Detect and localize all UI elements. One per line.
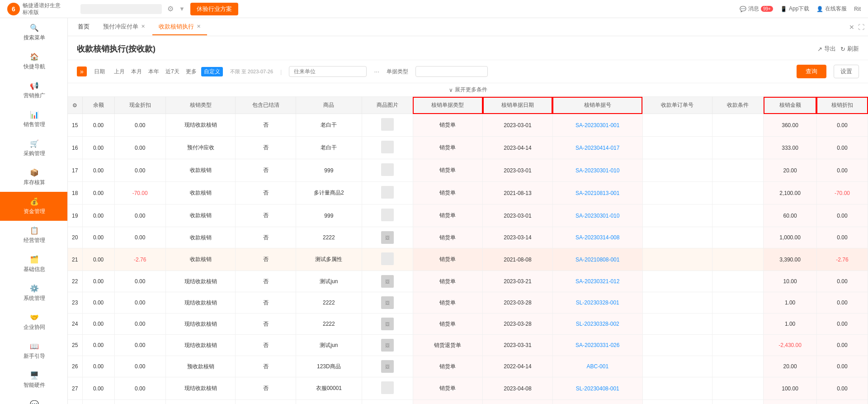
filter-7days[interactable]: 近7天 bbox=[164, 67, 181, 76]
tab-collection-label: 收款核销执行 bbox=[159, 23, 194, 31]
filter-dots: ··· bbox=[374, 68, 379, 75]
expand-more-btn[interactable]: ∨ 展开更多条件 bbox=[449, 86, 487, 94]
sidebar-item-label: 营销推广 bbox=[24, 92, 45, 100]
sidebar-item-collab[interactable]: 🤝 企业协同 bbox=[0, 308, 67, 337]
table-header: ⚙ 余额 现金折扣 核销类型 包含已结清 商品 商品图片 核销单据类型 核销单据… bbox=[68, 97, 868, 114]
wechat-icon: 💬 bbox=[30, 400, 39, 404]
bill-no-link[interactable]: SA-20230321-012 bbox=[576, 278, 619, 285]
table-row: 190.000.00收款核销否999销货单2023-03-01SA-202303… bbox=[68, 204, 868, 227]
sidebar-item-sales[interactable]: 📊 销售管理 bbox=[0, 105, 67, 134]
logo-icon: 6 bbox=[7, 3, 20, 15]
row-index: 16 bbox=[68, 137, 82, 159]
col-cash-discount: 现金折扣 bbox=[114, 97, 165, 114]
industry-btn[interactable]: 休验行业方案 bbox=[190, 3, 238, 15]
sidebar-item-search[interactable]: 🔍 搜索菜单 bbox=[0, 18, 67, 47]
bill-no-link[interactable]: SL-20230328-002 bbox=[576, 321, 619, 327]
goods-image-cell bbox=[362, 159, 413, 182]
sidebar-item-finance[interactable]: 💰 资金管理 bbox=[0, 192, 67, 221]
col-settings[interactable]: ⚙ bbox=[68, 97, 82, 114]
sidebar-item-label: 资金管理 bbox=[24, 208, 45, 215]
filter-expand-btn[interactable]: » bbox=[77, 67, 87, 76]
tab-bar: 首页 预付冲应付单 ✕ 收款核销执行 ✕ ✕ ⛶ bbox=[68, 18, 868, 36]
table-row: 280.000.00现结收款核销否2222🖼销货单2023-04-18SL-20… bbox=[68, 400, 868, 404]
filter-custom-date[interactable]: 自定义 bbox=[201, 67, 223, 76]
col-receipt-condition: 收款条件 bbox=[712, 97, 764, 114]
bill-no-link[interactable]: SA-20230331-026 bbox=[576, 342, 619, 348]
bill-no-link[interactable]: SA-20230414-017 bbox=[576, 145, 619, 151]
filter-bill-type-select[interactable] bbox=[415, 66, 488, 77]
tab-close-all-icon[interactable]: ✕ bbox=[849, 24, 854, 31]
sidebar-item-guide[interactable]: 📖 新手引导 bbox=[0, 337, 67, 366]
sidebar: 🔍 搜索菜单 🏠 快捷导航 📢 营销推广 📊 销售管理 🛒 采购管理 📦 库存核… bbox=[0, 18, 68, 404]
col-verify-date: 核销单据日期 bbox=[483, 97, 553, 114]
bill-no-link[interactable]: SA-20210808-001 bbox=[576, 257, 619, 263]
user-profile[interactable]: Rit bbox=[854, 6, 861, 12]
filter-date-label: 日期 bbox=[94, 68, 105, 76]
bill-no-link[interactable]: SA-20230301-010 bbox=[576, 167, 619, 174]
system-icon: ⚙️ bbox=[30, 284, 39, 293]
page-title: 收款核销执行(按收款) bbox=[77, 43, 156, 54]
filter-this-month[interactable]: 本月 bbox=[129, 67, 144, 76]
tab-prepay[interactable]: 预付冲应付单 ✕ bbox=[97, 19, 151, 35]
page-inner: 收款核销执行(按收款) ↗ 导出 ↻ 刷新 » bbox=[68, 36, 868, 404]
export-icon: ↗ bbox=[817, 46, 822, 52]
refresh-btn[interactable]: ↻ 刷新 bbox=[840, 45, 859, 53]
goods-image-cell bbox=[362, 182, 413, 204]
main-content: 首页 预付冲应付单 ✕ 收款核销执行 ✕ ✕ ⛶ 收款核销执行(按收款) bbox=[68, 18, 868, 404]
tab-prepay-close[interactable]: ✕ bbox=[141, 24, 145, 29]
bill-no-link[interactable]: ABC-001 bbox=[586, 363, 609, 370]
main-layout: 🔍 搜索菜单 🏠 快捷导航 📢 营销推广 📊 销售管理 🛒 采购管理 📦 库存核… bbox=[0, 18, 868, 404]
top-search-input[interactable] bbox=[80, 4, 162, 14]
goods-image-cell bbox=[362, 137, 413, 159]
sidebar-item-basics[interactable]: 🗂️ 基础信息 bbox=[0, 250, 67, 279]
sidebar-item-system[interactable]: ⚙️ 系统管理 bbox=[0, 279, 67, 308]
goods-image-cell: 🖼 bbox=[362, 335, 413, 356]
table-row: 250.000.00现结收款核销否测试jun🖼销货退货单2023-03-31SA… bbox=[68, 335, 868, 356]
tab-home[interactable]: 首页 bbox=[71, 19, 96, 35]
col-verify-amount: 核销金额 bbox=[764, 97, 817, 114]
home-icon: 🏠 bbox=[30, 52, 39, 61]
sidebar-item-marketing[interactable]: 📢 营销推广 bbox=[0, 76, 67, 105]
filter-this-year[interactable]: 本年 bbox=[146, 67, 161, 76]
goods-image-cell bbox=[362, 248, 413, 271]
filter-setting-btn[interactable]: 设置 bbox=[834, 65, 859, 78]
message-btn[interactable]: 💬 消息 99+ bbox=[740, 5, 773, 13]
goods-image-cell bbox=[362, 204, 413, 227]
page: 收款核销执行(按收款) ↗ 导出 ↻ 刷新 » bbox=[68, 36, 868, 404]
sidebar-item-operations[interactable]: 📋 经营管理 bbox=[0, 221, 67, 250]
sidebar-item-label: 企业协同 bbox=[24, 323, 45, 331]
bill-no-link[interactable]: SA-20230314-008 bbox=[576, 234, 619, 241]
sidebar-item-wechat[interactable]: 💬 企业微信 bbox=[0, 394, 67, 404]
bill-no-link[interactable]: SA-20230301-010 bbox=[576, 213, 619, 219]
col-goods-image: 商品图片 bbox=[362, 97, 413, 114]
chevron-down-icon: ∨ bbox=[449, 87, 453, 93]
table-row: 240.000.00现结收款核销否2222🖼销货单2023-03-28SL-20… bbox=[68, 314, 868, 335]
filter-last-month[interactable]: 上月 bbox=[112, 67, 127, 76]
sidebar-item-purchase[interactable]: 🛒 采购管理 bbox=[0, 134, 67, 163]
bill-no-link[interactable]: SL-20230408-001 bbox=[576, 385, 619, 392]
tab-collection-close[interactable]: ✕ bbox=[197, 24, 201, 29]
app-download-btn[interactable]: 📱 App下载 bbox=[780, 5, 809, 13]
settings-icon[interactable]: ⚙ bbox=[167, 5, 174, 13]
sidebar-item-quicknav[interactable]: 🏠 快捷导航 bbox=[0, 47, 67, 76]
tab-expand-icon[interactable]: ⛶ bbox=[858, 24, 864, 31]
bill-no-link[interactable]: SA-20230301-001 bbox=[576, 122, 619, 128]
online-service-btn[interactable]: 👤 在线客服 bbox=[816, 5, 847, 13]
filter-from-unit[interactable] bbox=[289, 66, 367, 77]
sidebar-item-label: 销售管理 bbox=[24, 121, 45, 128]
page-header-actions: ↗ 导出 ↻ 刷新 bbox=[817, 45, 859, 53]
table-wrapper: ⚙ 余额 现金折扣 核销类型 包含已结清 商品 商品图片 核销单据类型 核销单据… bbox=[68, 97, 868, 404]
bill-no-link[interactable]: SL-20230328-001 bbox=[576, 299, 619, 306]
sidebar-item-hardware[interactable]: 🖥️ 智能硬件 bbox=[0, 366, 67, 394]
sidebar-item-label: 新手引导 bbox=[24, 352, 45, 360]
sidebar-item-inventory[interactable]: 📦 库存核算 bbox=[0, 163, 67, 192]
filter-query-btn[interactable]: 查询 bbox=[797, 65, 826, 78]
table-row: 220.000.00现结收款核销否测试jun🖼销货单2023-03-21SA-2… bbox=[68, 271, 868, 292]
goods-image-cell bbox=[362, 377, 413, 400]
row-index: 22 bbox=[68, 271, 82, 292]
filter-more-date[interactable]: 更多 bbox=[184, 67, 198, 76]
bill-no-link[interactable]: SA-20210813-001 bbox=[576, 190, 619, 196]
tab-collection[interactable]: 收款核销执行 ✕ bbox=[152, 19, 207, 35]
filter-date-range: 不限 至 2023-07-26 bbox=[230, 68, 273, 75]
export-btn[interactable]: ↗ 导出 bbox=[817, 45, 836, 53]
